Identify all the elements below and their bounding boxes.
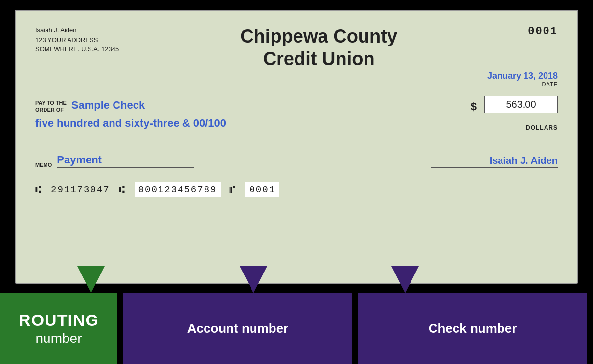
signature-line: Isaiah J. Aiden [431, 155, 558, 168]
signature-value: Isaiah J. Aiden [490, 155, 558, 166]
micr-account-symbol: ⑈ [229, 184, 236, 196]
check-arrow [391, 266, 419, 293]
dollars-label: DOLLARS [526, 124, 558, 131]
micr-check-box: 0001 [245, 182, 279, 197]
check-number-top: 0001 [519, 25, 558, 38]
micr-symbol-right: ⑆ [119, 184, 126, 196]
check-address: Isaiah J. Aiden 123 YOUR ADDRESS SOMEWHE… [35, 25, 119, 54]
check-date-label: DATE [487, 81, 558, 87]
check-date-value: January 13, 2018 [487, 71, 558, 81]
pay-to-label: PAY TO THE ORDER OF [35, 99, 67, 114]
micr-check-number: 0001 [249, 184, 275, 195]
check-header: Isaiah J. Aiden 123 YOUR ADDRESS SOMEWHE… [35, 25, 558, 70]
routing-label-box: ROUTING number [0, 293, 117, 364]
micr-account-box: 000123456789 [135, 182, 221, 197]
bottom-inner: ROUTING number Account number Check numb… [0, 293, 593, 364]
check-label-box: Check number [358, 293, 587, 364]
check-date-area: January 13, 2018 DATE [487, 71, 558, 87]
memo-left: MEMO Payment [35, 154, 194, 168]
bank-name: Chippewa County Credit Union [119, 25, 519, 70]
micr-symbol-left: ⑆ [35, 184, 42, 196]
micr-row: ⑆ 291173047 ⑆ 000123456789 ⑈ 0001 [35, 182, 558, 197]
account-number-label: Account number [187, 321, 289, 336]
memo-label: MEMO [35, 162, 52, 168]
check-document: Isaiah J. Aiden 123 YOUR ADDRESS SOMEWHE… [15, 10, 578, 284]
amount-box: 563.00 [484, 96, 558, 113]
routing-label-sub: number [36, 330, 82, 347]
check-address-line2: SOMEWHERE. U.S.A. 12345 [35, 45, 119, 54]
bottom-section: ROUTING number Account number Check numb… [0, 293, 593, 364]
written-amount-row: five hundred and sixty-three & 00/100 DO… [35, 117, 558, 131]
account-arrow [240, 266, 267, 293]
payee-name: Sample Check [71, 99, 145, 111]
account-label-box: Account number [123, 293, 352, 364]
check-date-row: January 13, 2018 DATE [35, 71, 558, 87]
gap-spacer-1 [117, 293, 123, 364]
check-number-label: Check number [429, 321, 517, 336]
memo-row: MEMO Payment Isaiah J. Aiden [35, 154, 558, 168]
gap-spacer-2 [352, 293, 358, 364]
pay-to-row: PAY TO THE ORDER OF Sample Check $ 563.0… [35, 96, 558, 113]
micr-account: 000123456789 [138, 184, 217, 195]
check-address-line1: 123 YOUR ADDRESS [35, 35, 119, 45]
gap-spacer-3 [587, 293, 593, 364]
memo-value: Payment [57, 154, 102, 166]
payee-line: Sample Check [71, 99, 461, 113]
micr-routing: 291173047 [51, 184, 110, 195]
routing-label-main: ROUTING [19, 310, 99, 330]
dollar-sign: $ [471, 100, 477, 113]
memo-line: Payment [57, 154, 194, 168]
check-name: Isaiah J. Aiden [35, 25, 119, 35]
routing-arrow [77, 266, 105, 293]
written-amount: five hundred and sixty-three & 00/100 [35, 117, 516, 131]
